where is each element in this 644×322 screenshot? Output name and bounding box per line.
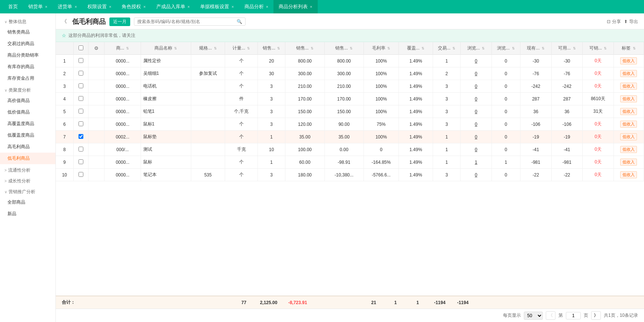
cell-browse1[interactable]: 0 bbox=[461, 169, 492, 181]
cell-gross-rate: 100% bbox=[363, 55, 398, 67]
nav-item-product-in[interactable]: 产成品入库单 × bbox=[151, 0, 195, 13]
cell-name[interactable]: 测试 bbox=[141, 143, 191, 156]
sidebar-group-growth[interactable]: > 成长性分析 bbox=[0, 175, 55, 186]
sidebar-item-high-margin[interactable]: 高毛利商品 bbox=[0, 141, 55, 153]
sidebar-item-low-value[interactable]: 低价值商品 bbox=[0, 106, 55, 118]
close-icon[interactable]: × bbox=[266, 4, 268, 9]
cell-browse1[interactable]: 0 bbox=[461, 131, 492, 143]
search-input[interactable] bbox=[137, 19, 237, 24]
sidebar-collapse-button[interactable]: 《 bbox=[62, 18, 67, 25]
sidebar-item-sales-goods[interactable]: 销售类商品 bbox=[0, 26, 55, 38]
sidebar-item-traded-goods[interactable]: 交易过的商品 bbox=[0, 38, 55, 50]
row-checkbox[interactable] bbox=[79, 83, 83, 88]
cell-browse1[interactable]: 0 bbox=[461, 93, 492, 105]
cell-check[interactable] bbox=[73, 156, 88, 169]
close-icon[interactable]: × bbox=[74, 4, 77, 9]
cell-check[interactable] bbox=[73, 80, 88, 93]
cell-check[interactable] bbox=[73, 143, 88, 156]
cell-sellable: 0天 bbox=[583, 80, 614, 93]
cell-name[interactable]: 电话机 bbox=[141, 80, 191, 93]
nav-item-purchase[interactable]: 进货单 × bbox=[52, 0, 82, 13]
nav-item-sales[interactable]: 销货单 × bbox=[23, 0, 52, 13]
sidebar-item-new-goods[interactable]: 新品 bbox=[0, 208, 55, 220]
cell-name[interactable]: 鼠标垫 bbox=[141, 131, 191, 143]
sidebar-group-overall[interactable]: ∨ 整体信息 bbox=[0, 16, 55, 26]
cell-name[interactable]: 鼠标1 bbox=[141, 118, 191, 131]
cell-check[interactable] bbox=[73, 131, 88, 143]
per-page-select[interactable]: 50 100 200 bbox=[524, 312, 543, 320]
cell-browse1[interactable]: 0 bbox=[461, 67, 492, 80]
close-icon[interactable]: × bbox=[143, 4, 145, 9]
cell-tag: 低收入 bbox=[613, 156, 644, 169]
cell-name[interactable]: 吴细细1 bbox=[141, 67, 191, 80]
cell-check[interactable] bbox=[73, 105, 88, 118]
select-all-checkbox[interactable] bbox=[79, 45, 83, 50]
close-icon[interactable]: × bbox=[188, 4, 190, 9]
prev-page-button[interactable]: 《 bbox=[546, 311, 555, 320]
row-checkbox[interactable] bbox=[79, 134, 83, 139]
share-button[interactable]: ⊡ 分享 bbox=[607, 19, 621, 25]
sidebar-item-in-stock[interactable]: 有库存的商品 bbox=[0, 61, 55, 73]
nav-item-roles[interactable]: 角色授权 × bbox=[116, 0, 151, 13]
cell-check[interactable] bbox=[73, 169, 88, 181]
cell-sale-price: 210.00 bbox=[285, 80, 324, 93]
nav-item-analysis[interactable]: 商品分析 × bbox=[239, 0, 273, 13]
sidebar-item-low-margin[interactable]: 低毛利商品 bbox=[0, 153, 55, 164]
cell-browse1[interactable]: 1 bbox=[461, 156, 492, 169]
row-checkbox[interactable] bbox=[79, 109, 83, 114]
col-header-settings[interactable]: ⚙ bbox=[89, 42, 105, 55]
close-icon[interactable]: × bbox=[231, 4, 234, 9]
close-icon[interactable]: × bbox=[310, 4, 312, 9]
col-header-check[interactable] bbox=[73, 42, 88, 55]
cell-name[interactable]: 笔记本 bbox=[141, 169, 191, 181]
sidebar-item-category-rate[interactable]: 商品分类助销率 bbox=[0, 50, 55, 61]
cell-trade: 1 bbox=[433, 143, 461, 156]
cell-name[interactable]: 鼠标 bbox=[141, 156, 191, 169]
row-checkbox[interactable] bbox=[79, 121, 83, 126]
nav-item-analysis-list[interactable]: 商品分析列表 × bbox=[273, 0, 317, 13]
nav-item-template[interactable]: 单据模板设置 × bbox=[195, 0, 239, 13]
cell-code: 0000... bbox=[105, 169, 141, 181]
row-checkbox[interactable] bbox=[79, 96, 83, 101]
row-checkbox[interactable] bbox=[79, 159, 83, 164]
cell-settings bbox=[89, 55, 105, 67]
settings-icon[interactable]: ⚙ bbox=[94, 45, 99, 51]
cell-tag: 低收入 bbox=[613, 93, 644, 105]
cell-browse1[interactable]: 0 bbox=[461, 55, 492, 67]
row-checkbox[interactable] bbox=[79, 147, 83, 152]
sidebar-item-stock-capital[interactable]: 库存资金占用 bbox=[0, 73, 55, 84]
sidebar-group-marketing[interactable]: ∨ 营销推广分析 bbox=[0, 186, 55, 197]
page-header: 《 低毛利商品 近一月 🔍 ⊡ 分享 ⬆ 导出 bbox=[56, 13, 644, 29]
row-checkbox[interactable] bbox=[79, 172, 83, 177]
next-page-button[interactable]: 》 bbox=[591, 311, 601, 320]
sidebar-item-high-coverage[interactable]: 高覆盖度商品 bbox=[0, 118, 55, 130]
cell-name[interactable]: 橡皮擦 bbox=[141, 93, 191, 105]
close-icon[interactable]: × bbox=[45, 4, 47, 9]
cell-name[interactable]: 铅笔1 bbox=[141, 105, 191, 118]
nav-item-permissions[interactable]: 权限设置 × bbox=[82, 0, 116, 13]
close-icon[interactable]: × bbox=[109, 4, 111, 9]
cell-current: -76 bbox=[520, 67, 551, 80]
cell-browse1[interactable]: 0 bbox=[461, 118, 492, 131]
sidebar-group-cluster[interactable]: ∨ 类聚度分析 bbox=[0, 84, 55, 95]
sidebar-item-all-goods[interactable]: 全部商品 bbox=[0, 197, 55, 208]
cell-browse1[interactable]: 0 bbox=[461, 143, 492, 156]
filter-recent-month-button[interactable]: 近一月 bbox=[109, 17, 130, 26]
row-checkbox[interactable] bbox=[79, 58, 83, 63]
cell-check[interactable] bbox=[73, 93, 88, 105]
page-number-input[interactable] bbox=[566, 312, 581, 319]
search-icon[interactable]: 🔍 bbox=[237, 19, 242, 24]
cell-browse2: 0 bbox=[491, 67, 520, 80]
cell-browse1[interactable]: 0 bbox=[461, 105, 492, 118]
nav-item-home[interactable]: 首页 bbox=[3, 0, 23, 13]
sidebar-group-liquidity[interactable]: > 流通性分析 bbox=[0, 164, 55, 175]
cell-check[interactable] bbox=[73, 55, 88, 67]
cell-browse1[interactable]: 0 bbox=[461, 80, 492, 93]
row-checkbox[interactable] bbox=[79, 71, 83, 76]
sidebar-item-high-value[interactable]: 高价值商品 bbox=[0, 95, 55, 106]
cell-name[interactable]: 属性定价 bbox=[141, 55, 191, 67]
sidebar-item-low-coverage[interactable]: 低覆盖度商品 bbox=[0, 130, 55, 141]
export-button[interactable]: ⬆ 导出 bbox=[624, 19, 638, 25]
cell-check[interactable] bbox=[73, 118, 88, 131]
cell-check[interactable] bbox=[73, 67, 88, 80]
